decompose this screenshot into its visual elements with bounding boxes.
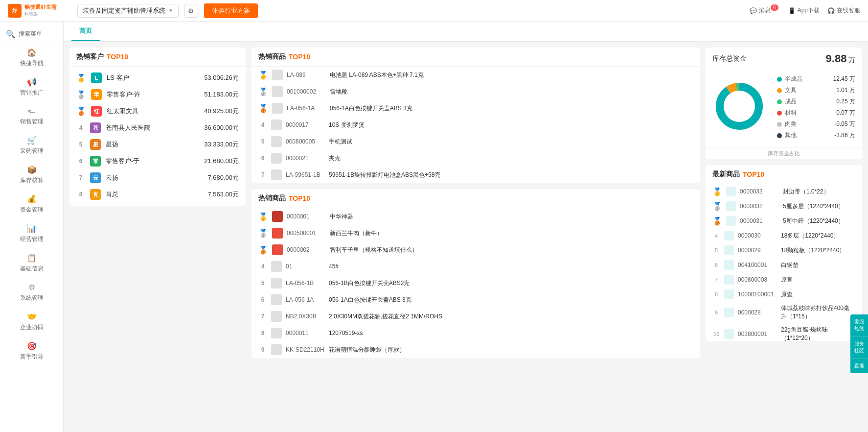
customer-rank-item: 🥇 L LS 客户 53,006.26元 [69,70,246,86]
medal-icon: 🥈 [258,229,268,238]
system-selector[interactable]: 装备及固定资产辅助管理系统 ▼ [77,4,179,18]
product-name: 智利车子里（规格不知道填什么） [330,246,693,254]
customer-rank-item: 4 苍 苍南县人民医院 36,600.00元 [69,120,246,136]
hot-products-list: 🥇 0000001 中华神器 🥈 000500001 新西兰牛肉（新牛） [251,208,700,358]
new-product-item: 10 003800001 22g鱼豆腐-烧烤味（1*12*20） [706,323,862,341]
product-name: 中华神器 [330,213,693,221]
message-badge: 6 [771,4,778,11]
rank-number: 4 [76,124,85,131]
product-code: KK-SD22110H [286,346,325,353]
product-code: 0000021 [286,155,325,162]
product-item: 6 LA-056-1A 056-1A白色按键开关盖ABS 3克 [251,291,700,308]
sidebar-item-label: 新手引导 [20,353,44,361]
product-image [271,169,282,180]
sidebar-search[interactable]: 🔍 搜索菜单 [0,25,63,43]
new-product-name: 5厘中纤（1220*2440） [783,217,855,225]
sidebar: 🔍 搜索菜单 🏠 快捷导航 📢 营销推广 🏷 销售管理 🛒 采购管理 📦 库存核… [0,22,64,432]
hot-products-title: 热销商品 [258,194,286,203]
sidebar-item-purchase[interactable]: 🛒 采购管理 [0,131,63,160]
medal-icon: 🥇 [258,212,268,221]
customer-top10-card: 热销客户 TOP10 🥇 L LS 客户 53,006.26元 🥈 [69,48,246,206]
message-button[interactable]: 💬 消息 6 [750,6,780,15]
rank-number: 10 [712,331,720,337]
message-label: 消息 [759,6,771,15]
product-item: 🥉 LA-056-1A 056-1A白色按键开关盖ABS 3克 [251,100,700,117]
inventory-amount: 9.88 [826,52,847,65]
sidebar-item-operation[interactable]: 📊 经营管理 [0,219,63,248]
service-community-button[interactable]: 服务社区 [850,336,868,359]
service-button[interactable]: 🎧 在线客服 [827,6,860,15]
sidebar-item-guide[interactable]: 🎯 新手引导 [0,336,63,366]
sidebar-item-home[interactable]: 🏠 快捷导航 [0,43,63,72]
product-code: LA-59651-1B [286,171,325,178]
customer-rank-item: 7 云 云扬 7,680.00元 [69,169,246,186]
new-product-image [724,275,734,285]
medal-icon: 🥈 [258,87,268,96]
new-product-item: 5 0000029 18颗粒板（1220*2440） [706,243,862,258]
marketing-icon: 📢 [27,77,37,87]
new-product-code: 10000100001 [738,291,777,298]
product-image [272,103,283,114]
settings-button[interactable]: ⚙ [184,4,198,18]
new-product-name: 18多层（1220*2440） [781,232,855,240]
right-column: 库存总资金 9.88 万 [706,48,862,426]
customer-name: 肖总 [106,190,203,199]
mid-products-badge: TOP10 [289,53,310,61]
customer-rank-list: 🥇 L LS 客户 53,006.26元 🥈 零 零售客户-许 51,183.0… [69,67,246,206]
new-product-code: 0000029 [738,247,777,254]
rank-number: 4 [712,233,720,239]
new-product-image [726,216,736,226]
product-name: 59651-1B旋转投影灯电池盒ABS黑色+58壳 [329,171,693,179]
rank-number: 7 [712,277,720,283]
purchase-icon: 🛒 [27,136,37,145]
new-product-code: 0000030 [738,232,777,239]
new-products-badge: TOP10 [743,170,764,178]
product-item: 8 0000011 12070519-xs [251,325,700,341]
trial-button[interactable]: 体验行业方案 [204,3,258,18]
app-download-button[interactable]: 📱 App下载 [788,6,820,15]
product-image [271,261,282,272]
sidebar-item-basic[interactable]: 📋 基础信息 [0,248,63,278]
inventory-title: 库存总资金 [712,54,747,63]
sidebar-item-collab[interactable]: 🤝 企业协同 [0,307,63,336]
new-product-item: 8 10000100001 原查 [706,287,862,302]
guide-icon: 🎯 [27,341,37,351]
content-area: 首页 热销客户 TOP10 🥇 L LS 客户 5 [64,22,868,432]
mid-products-list: 🥇 LA-089 电池盖 LA-089 ABS本色+黑种 7.1克 🥈 0010… [251,67,700,183]
customer-name: 苍南县人民医院 [106,123,199,132]
sidebar-item-marketing[interactable]: 📢 营销推广 [0,72,63,102]
product-image [271,294,282,305]
customer-amount: 51,183.00元 [204,90,239,99]
logo-icon: 好 [8,4,22,18]
mid-products-card: 热销商品 TOP10 🥇 LA-089 电池盖 LA-089 ABS本色+黑种 … [251,48,700,183]
service-hotline-button[interactable]: 客服热线 [850,314,868,336]
legend-name: 文具 [785,86,833,95]
sidebar-item-label: 快捷导航 [20,59,44,68]
sidebar-item-label: 系统管理 [20,294,44,302]
customer-amount: 40,925.00元 [204,107,239,116]
customer-name: 星扬 [106,140,199,149]
hot-products-badge: TOP10 [289,194,310,202]
rank-number: 6 [76,158,85,165]
legend-item: 材料 0.07 万 [777,109,855,117]
new-product-item: 6 004100001 白钢垫 [706,258,862,272]
basic-icon: 📋 [27,253,37,263]
product-item: 4 0000017 10S 变刹罗煲 [251,117,700,133]
customer-rank-item: 6 零 零售客户-于 21,680.00元 [69,153,246,169]
product-code: LA-056-1B [286,280,325,287]
sidebar-item-inventory[interactable]: 📦 库存核算 [0,160,63,190]
system-icon: ⚙ [28,283,35,292]
tab-home[interactable]: 首页 [71,22,100,41]
product-name: 45# [329,263,693,270]
live-button[interactable]: 直播 [850,359,868,373]
rank-number: 6 [712,262,720,268]
customer-avatar: 云 [90,172,101,183]
rank-number: 5 [712,247,720,253]
sidebar-item-finance[interactable]: 💰 资金管理 [0,190,63,219]
sidebar-item-sales[interactable]: 🏷 销售管理 [0,102,63,131]
new-products-list: 🥇 0000033 封边带（1.0*22） 🥈 0000032 5厘多层（122… [706,184,862,341]
product-code: 0000002 [287,246,326,253]
customer-avatar: 星 [90,139,101,150]
sidebar-item-system[interactable]: ⚙ 系统管理 [0,278,63,307]
left-column: 热销客户 TOP10 🥇 L LS 客户 53,006.26元 🥈 [69,48,246,426]
